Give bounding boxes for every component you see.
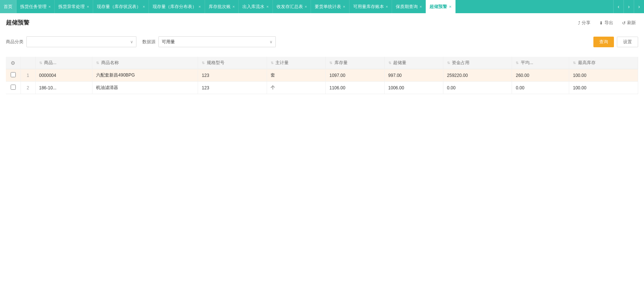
- col-settings[interactable]: ⚙: [6, 57, 21, 69]
- col-capital-label: 资金占用: [452, 60, 469, 65]
- col-max-stock-label: 最高库存: [578, 60, 596, 65]
- col-product-name[interactable]: ⇅ 商品名称: [92, 57, 198, 69]
- col-overstock-label: 超储量: [393, 60, 406, 65]
- share-label: 分享: [582, 20, 590, 26]
- category-filter-label: 商品分类: [6, 39, 23, 45]
- share-button[interactable]: ⤴ 分享: [576, 19, 593, 27]
- nav-item-collect-summary-label: 收发存汇总表: [277, 4, 303, 10]
- page-content: 超储预警 ⤴ 分享 ⬇ 导出 ↺ 刷新 商品分类 ∨ 数据源: [0, 13, 644, 293]
- nav-item-overstock-warning[interactable]: 超储预警 ×: [426, 0, 455, 13]
- sort-icon-max-stock: ⇅: [573, 61, 576, 65]
- nav-item-abnormal-close[interactable]: ×: [87, 4, 89, 9]
- nav-item-order-stats[interactable]: 要货单统计表 ×: [311, 0, 349, 13]
- nav-item-inventory-status-label: 现存量（库存状况表）: [97, 4, 141, 10]
- row-checkbox[interactable]: [11, 85, 16, 90]
- cell-unit: 个: [267, 82, 325, 94]
- nav-next-button[interactable]: ›: [623, 0, 634, 13]
- nav-item-overstock-warning-label: 超储预警: [429, 4, 447, 10]
- nav-expand-button[interactable]: ›: [634, 0, 644, 13]
- refresh-label: 刷新: [627, 20, 636, 26]
- nav-item-inout-flow-label: 出入库流水: [242, 4, 264, 10]
- cell-avg: 260.00: [512, 69, 569, 82]
- sort-icon-avg: ⇅: [516, 61, 519, 65]
- col-avg[interactable]: ⇅ 平均...: [512, 57, 569, 69]
- row-checkbox[interactable]: [11, 72, 16, 77]
- nav-item-abnormal-label: 拣货异常处理: [58, 4, 85, 10]
- nav-item-inventory-status[interactable]: 现存量（库存状况表） ×: [93, 0, 149, 13]
- category-select[interactable]: ∨: [26, 36, 136, 47]
- page-title: 超储预警: [6, 19, 29, 27]
- nav-item-available-account[interactable]: 可用量库存账本 ×: [350, 0, 392, 13]
- cell-overstock: 997.00: [384, 69, 443, 82]
- nav-prev-button[interactable]: ‹: [613, 0, 623, 13]
- col-product-code-label: 商品...: [44, 60, 56, 65]
- row-number: 1: [21, 69, 35, 82]
- query-button[interactable]: 查询: [593, 37, 614, 47]
- nav-item-batch-account[interactable]: 库存批次账 ×: [205, 0, 239, 13]
- col-spec[interactable]: ⇅ 规格型号: [198, 57, 267, 69]
- export-label: 导出: [604, 20, 613, 26]
- table-row: 10000004六配套新昌490BPG123套1097.00997.002592…: [6, 69, 638, 82]
- col-avg-label: 平均...: [521, 60, 533, 65]
- nav-item-inventory-dist[interactable]: 现存量（库存分布表） ×: [149, 0, 205, 13]
- gear-icon[interactable]: ⚙: [11, 60, 15, 66]
- nav-item-overstock-warning-close[interactable]: ×: [449, 4, 451, 9]
- cell-max-stock: 100.00: [569, 69, 638, 82]
- nav-item-collect-summary-close[interactable]: ×: [305, 4, 307, 9]
- sort-icon-overstock: ⇅: [388, 61, 391, 65]
- datasource-select-chevron: ∨: [270, 40, 272, 44]
- cell-spec: 123: [198, 82, 267, 94]
- col-stock[interactable]: ⇅ 库存量: [326, 57, 384, 69]
- col-unit[interactable]: ⇅ 主计量: [267, 57, 325, 69]
- category-filter-group: 商品分类 ∨: [6, 36, 136, 47]
- filter-bar: 商品分类 ∨ 数据源 可用量 ∨ 查询 设置: [6, 33, 638, 51]
- datasource-select[interactable]: 可用量 ∨: [158, 36, 276, 47]
- nav-item-quality-check-close[interactable]: ×: [420, 4, 422, 9]
- sort-icon-product-code: ⇅: [39, 61, 42, 65]
- data-table: ⚙ ⇅ 商品... ⇅ 商品名称 ⇅ 规格型号 ⇅ 主计量: [6, 57, 638, 94]
- share-icon: ⤴: [578, 21, 580, 26]
- col-stock-label: 库存量: [334, 60, 348, 65]
- datasource-filter-group: 数据源 可用量 ∨: [142, 36, 276, 47]
- nav-item-quality-check[interactable]: 保质期查询 ×: [392, 0, 426, 13]
- nav-item-inout-flow[interactable]: 出入库流水 ×: [239, 0, 272, 13]
- nav-item-order-stats-close[interactable]: ×: [343, 4, 345, 9]
- nav-item-available-account-close[interactable]: ×: [386, 4, 388, 9]
- col-max-stock[interactable]: ⇅ 最高库存: [569, 57, 638, 69]
- nav-item-available-account-label: 可用量库存账本: [353, 4, 384, 10]
- nav-item-home-label: 首页: [4, 4, 12, 10]
- nav-item-task-mgmt-label: 拣货任务管理: [20, 4, 47, 10]
- cell-product-name: 六配套新昌490BPG: [92, 69, 198, 82]
- nav-item-home[interactable]: 首页: [0, 0, 17, 13]
- nav-item-inventory-dist-label: 现存量（库存分布表）: [153, 4, 197, 10]
- nav-item-collect-summary[interactable]: 收发存汇总表 ×: [273, 0, 311, 13]
- col-unit-label: 主计量: [275, 60, 289, 65]
- cell-max-stock: 100.00: [569, 82, 638, 94]
- nav-item-batch-account-close[interactable]: ×: [233, 4, 235, 9]
- filter-actions: 查询 设置: [593, 37, 638, 47]
- cell-product-code: 186-10...: [35, 82, 92, 94]
- nav-item-abnormal[interactable]: 拣货异常处理 ×: [55, 0, 93, 13]
- nav-item-task-mgmt[interactable]: 拣货任务管理 ×: [17, 0, 55, 13]
- nav-item-inventory-status-close[interactable]: ×: [143, 4, 145, 9]
- col-overstock[interactable]: ⇅ 超储量: [384, 57, 443, 69]
- table-body: 10000004六配套新昌490BPG123套1097.00997.002592…: [6, 69, 638, 94]
- cell-product-name: 机油滤清器: [92, 82, 198, 94]
- cell-stock: 1097.00: [326, 69, 384, 82]
- nav-item-inventory-dist-close[interactable]: ×: [198, 4, 201, 9]
- cell-unit: 套: [267, 69, 325, 82]
- nav-arrows: ‹ › ›: [613, 0, 644, 13]
- nav-item-task-mgmt-close[interactable]: ×: [48, 4, 51, 9]
- refresh-icon: ↺: [622, 21, 626, 26]
- export-icon: ⬇: [599, 21, 603, 26]
- col-capital[interactable]: ⇅ 资金占用: [443, 57, 512, 69]
- table-row: 2186-10...机油滤清器123个1106.001006.000.000.0…: [6, 82, 638, 94]
- refresh-button[interactable]: ↺ 刷新: [620, 19, 638, 27]
- settings-button[interactable]: 设置: [617, 37, 638, 47]
- nav-item-inout-flow-close[interactable]: ×: [266, 4, 268, 9]
- col-product-code[interactable]: ⇅ 商品...: [35, 57, 92, 69]
- export-button[interactable]: ⬇ 导出: [597, 19, 615, 27]
- category-select-chevron: ∨: [130, 40, 133, 44]
- col-spec-label: 规格型号: [207, 60, 224, 65]
- col-product-name-label: 商品名称: [101, 60, 119, 65]
